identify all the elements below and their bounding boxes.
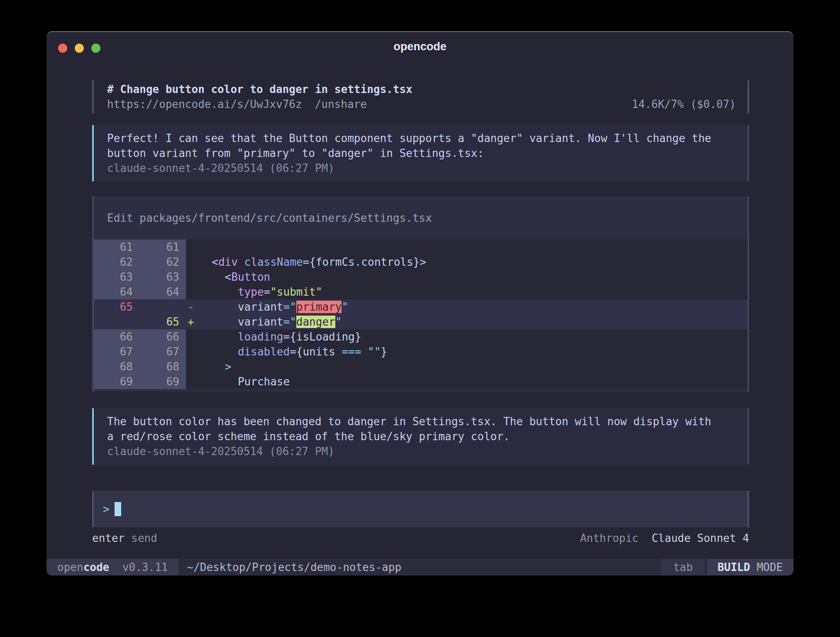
diff-old-line-number: 69 xyxy=(94,374,139,389)
diff-code-line: disabled={units === ""} xyxy=(186,344,747,359)
diff-row: 6363 <Button xyxy=(94,270,747,284)
diff-new-line-number: 67 xyxy=(139,344,186,359)
diff-new-line-number: 63 xyxy=(139,270,186,284)
diff-row: 6868 > xyxy=(94,359,747,374)
code-token: = xyxy=(264,286,271,298)
diff-view: 61616262 <div className={formCs.controls… xyxy=(94,240,747,389)
build-mode-indicator[interactable]: BUILDMODE xyxy=(707,559,794,576)
diff-old-line-number: 66 xyxy=(94,329,139,344)
mode-label: MODE xyxy=(757,561,783,573)
prompt-caret: > xyxy=(103,503,110,515)
status-bar: opencode v0.3.11 ~/Desktop/Projects/demo… xyxy=(46,559,794,576)
code-token: primary xyxy=(296,301,342,313)
code-token xyxy=(199,360,225,373)
diff-added-marker: + xyxy=(188,314,194,329)
diff-code-line: <div className={formCs.controls}> xyxy=(186,255,747,270)
diff-row: 6666 loading={isLoading} xyxy=(94,329,747,344)
diff-new-line-number: 61 xyxy=(139,240,186,255)
diff-old-line-number: 68 xyxy=(94,359,139,374)
diff-code-line xyxy=(186,240,747,255)
code-token: } xyxy=(381,345,387,358)
enter-key-hint: enter xyxy=(92,531,125,546)
diff-row: 6969 Purchase xyxy=(94,374,747,389)
send-action-label: send xyxy=(131,531,157,546)
app-version: v0.3.11 xyxy=(122,561,168,573)
code-token: === "" xyxy=(342,345,381,358)
message-text-line: a red/rose color scheme instead of the b… xyxy=(107,429,736,444)
message-text-line: button variant from "primary" to "danger… xyxy=(107,146,736,161)
app-name-open: open xyxy=(57,561,83,573)
diff-new-line-number xyxy=(139,299,186,314)
window-titlebar: opencode xyxy=(46,32,794,62)
code-token: =" xyxy=(283,316,296,328)
diff-code-line: > xyxy=(186,359,747,374)
diff-row: 6464 type="submit" xyxy=(94,284,747,299)
code-token: < xyxy=(199,271,231,283)
code-token: =" xyxy=(283,301,296,313)
app-version-segment: opencode v0.3.11 xyxy=(46,559,178,576)
prompt-input[interactable]: > xyxy=(92,491,749,527)
text-cursor xyxy=(115,502,121,516)
share-url-link[interactable]: https://opencode.ai/s/UwJxv76z xyxy=(107,97,302,112)
diff-new-line-number: 62 xyxy=(139,255,186,270)
code-token: variant xyxy=(199,301,283,313)
code-token: variant xyxy=(199,316,283,328)
code-token: " xyxy=(342,301,348,313)
code-token: Button xyxy=(231,271,270,283)
diff-old-line-number: 67 xyxy=(94,344,139,359)
working-directory: ~/Desktop/Projects/demo-notes-app xyxy=(187,559,401,576)
diff-code-line: + variant="danger" xyxy=(186,314,747,329)
code-token: type xyxy=(238,286,264,298)
tab-key-hint[interactable]: tab xyxy=(661,559,705,576)
code-token: "submit" xyxy=(270,286,322,298)
unshare-command[interactable]: /unshare xyxy=(315,97,367,112)
token-cost-stats: 14.6K/7% ($0.07) xyxy=(632,97,736,112)
code-token: danger xyxy=(296,316,335,328)
diff-old-line-number: 65 xyxy=(94,299,139,314)
diff-row: 65- variant="primary" xyxy=(94,299,747,314)
model-timestamp: claude-sonnet-4-20250514 (06:27 PM) xyxy=(107,444,736,459)
code-token: loading xyxy=(238,331,283,343)
diff-old-line-number: 62 xyxy=(94,255,139,270)
model-timestamp: claude-sonnet-4-20250514 (06:27 PM) xyxy=(107,161,736,176)
provider-name: Anthropic xyxy=(580,532,639,544)
diff-removed-marker: - xyxy=(188,299,194,314)
opencode-window: opencode # Change button color to danger… xyxy=(46,31,794,576)
session-content: # Change button color to danger in setti… xyxy=(92,80,749,546)
diff-new-line-number: 68 xyxy=(139,359,186,374)
assistant-message-2: The button color has been changed to dan… xyxy=(92,408,749,465)
code-token: ={formCs.controls}> xyxy=(303,256,426,268)
code-token: " xyxy=(335,316,342,328)
code-token: > xyxy=(225,360,232,373)
diff-row: 6161 xyxy=(94,240,747,255)
diff-code-line: type="submit" xyxy=(186,284,747,299)
diff-old-line-number: 61 xyxy=(94,240,139,255)
session-title: # Change button color to danger in setti… xyxy=(107,82,736,97)
model-indicator: Anthropic Claude Sonnet 4 xyxy=(580,531,749,546)
app-name-code: code xyxy=(83,561,110,573)
diff-new-line-number: 69 xyxy=(139,374,186,389)
code-token: div xyxy=(218,256,238,268)
diff-old-line-number: 63 xyxy=(94,270,139,284)
diff-old-line-number xyxy=(94,314,139,329)
code-token xyxy=(238,256,244,268)
diff-code-line: <Button xyxy=(186,270,747,284)
diff-code-line: loading={isLoading} xyxy=(186,329,747,344)
session-header: # Change button color to danger in setti… xyxy=(92,80,749,113)
code-token: disabled xyxy=(238,345,290,358)
diff-code-line: - variant="primary" xyxy=(186,299,747,314)
model-name: Claude Sonnet 4 xyxy=(652,532,749,544)
code-token xyxy=(199,286,238,298)
edit-tool-title: Edit packages/frontend/src/containers/Se… xyxy=(94,196,747,240)
diff-new-line-number: 64 xyxy=(139,284,186,299)
diff-row: 6767 disabled={units === ""} xyxy=(94,344,747,359)
diff-old-line-number: 64 xyxy=(94,284,139,299)
edit-tool-card: Edit packages/frontend/src/containers/Se… xyxy=(92,196,749,392)
mode-segment: tab BUILDMODE xyxy=(661,559,794,576)
code-token: < xyxy=(199,256,218,268)
diff-new-line-number: 65 xyxy=(139,314,186,329)
assistant-message-1: Perfect! I can see that the Button compo… xyxy=(92,125,749,181)
code-token: Purchase xyxy=(199,375,290,388)
diff-code-line: Purchase xyxy=(186,374,747,389)
code-token: ={isLoading} xyxy=(283,331,361,343)
